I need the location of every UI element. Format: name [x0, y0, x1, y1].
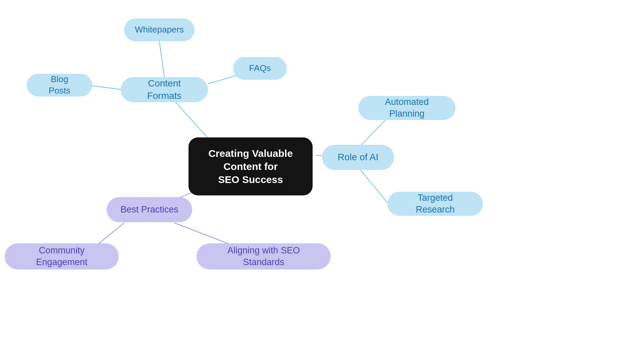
node-role-of-ai: Role of AI	[322, 145, 394, 170]
node-targeted-research: Targeted Research	[387, 192, 483, 216]
svg-line-6	[357, 166, 389, 205]
node-whitepapers: Whitepapers	[124, 18, 195, 41]
center-node: Creating Valuable Content for SEO Succes…	[189, 137, 313, 195]
node-community-engagement: Community Engagement	[5, 243, 119, 269]
node-content-formats: Content Formats	[121, 77, 208, 102]
node-aligning-seo: Aligning with SEO Standards	[197, 243, 331, 269]
node-faqs: FAQs	[233, 57, 287, 80]
mindmap-svg	[0, 0, 644, 363]
svg-line-2	[91, 85, 121, 89]
svg-line-1	[159, 41, 164, 77]
node-blog-posts: Blog Posts	[27, 74, 92, 97]
node-automated-planning: Automated Planning	[358, 96, 455, 120]
node-best-practices: Best Practices	[107, 197, 192, 222]
